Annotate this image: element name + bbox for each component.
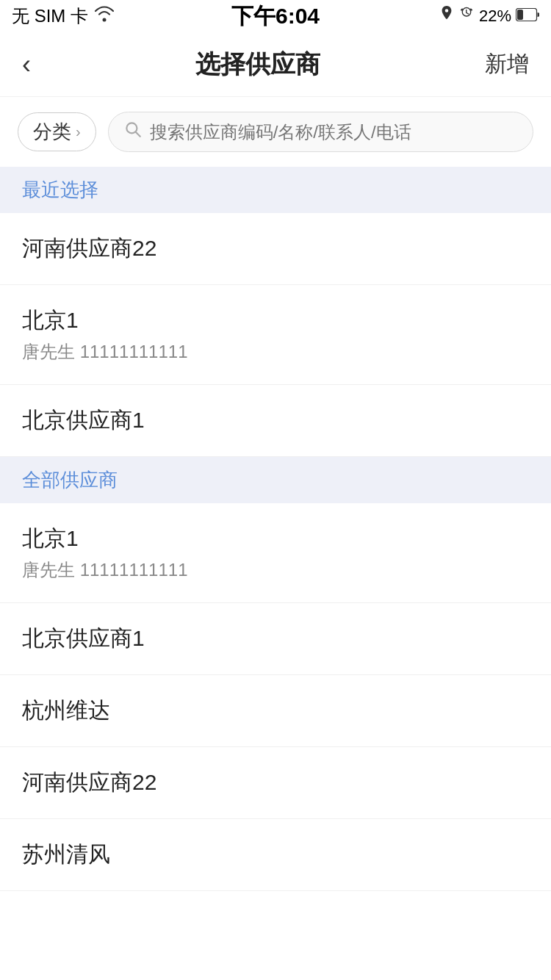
filter-bar: 分类 › (0, 97, 551, 167)
search-icon (123, 120, 143, 144)
wifi-icon (94, 6, 115, 26)
chevron-right-icon: › (76, 123, 81, 140)
item-name: 北京供应商1 (22, 624, 529, 654)
carrier-label: 无 SIM 卡 (12, 4, 88, 28)
recent-section-header: 最近选择 (0, 167, 551, 213)
add-button[interactable]: 新增 (485, 49, 529, 79)
back-button[interactable]: ‹ (22, 51, 31, 78)
list-item[interactable]: 河南供应商22 (0, 747, 551, 819)
all-section-header: 全部供应商 (0, 457, 551, 503)
item-name: 苏州清风 (22, 840, 529, 870)
item-name: 北京1 (22, 524, 529, 554)
list-item[interactable]: 北京供应商1 (0, 603, 551, 675)
battery-icon (516, 7, 539, 26)
location-icon (439, 6, 454, 26)
search-box[interactable] (108, 112, 533, 152)
status-time: 下午6:04 (231, 1, 320, 32)
page-title: 选择供应商 (195, 48, 320, 82)
item-name: 北京1 (22, 306, 529, 336)
status-left: 无 SIM 卡 (12, 4, 115, 28)
all-list: 北京1唐先生 11111111111北京供应商1杭州维达河南供应商22苏州清风 (0, 503, 551, 891)
battery-label: 22% (479, 7, 511, 26)
list-item[interactable]: 河南供应商22 (0, 213, 551, 285)
svg-rect-1 (517, 10, 523, 20)
search-input[interactable] (150, 122, 518, 143)
item-sub: 唐先生 11111111111 (22, 558, 529, 582)
list-item[interactable]: 北京供应商1 (0, 385, 551, 457)
svg-line-3 (135, 132, 140, 137)
item-sub: 唐先生 11111111111 (22, 340, 529, 364)
status-right: 22% (439, 6, 539, 26)
recent-list: 河南供应商22北京1唐先生 11111111111北京供应商1 (0, 213, 551, 457)
nav-bar: ‹ 选择供应商 新增 (0, 32, 551, 97)
all-section-label: 全部供应商 (22, 469, 118, 491)
item-name: 河南供应商22 (22, 234, 529, 264)
item-name: 杭州维达 (22, 696, 529, 726)
item-name: 北京供应商1 (22, 406, 529, 436)
list-item[interactable]: 北京1唐先生 11111111111 (0, 503, 551, 603)
status-bar: 无 SIM 卡 下午6:04 22% (0, 0, 551, 32)
recent-section-label: 最近选择 (22, 179, 98, 201)
item-name: 河南供应商22 (22, 768, 529, 798)
alarm-icon (458, 6, 475, 26)
list-item[interactable]: 苏州清风 (0, 819, 551, 891)
category-label: 分类 (33, 119, 71, 145)
category-filter-button[interactable]: 分类 › (18, 112, 96, 151)
list-item[interactable]: 北京1唐先生 11111111111 (0, 285, 551, 385)
list-item[interactable]: 杭州维达 (0, 675, 551, 747)
